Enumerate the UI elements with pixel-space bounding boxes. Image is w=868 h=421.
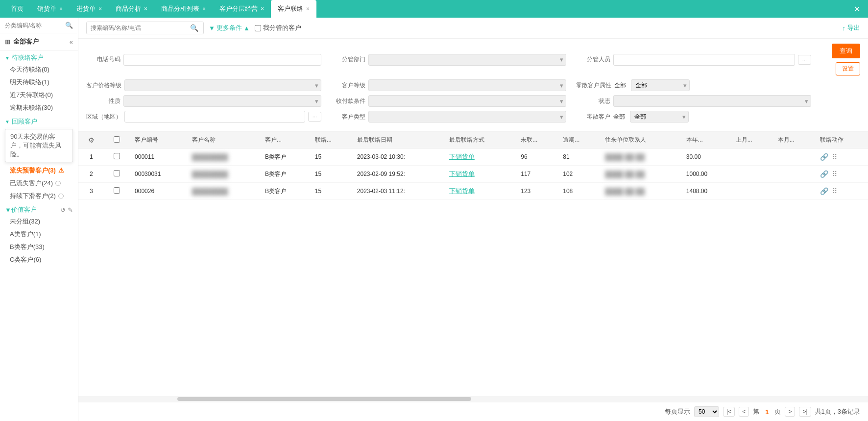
- filter-customer-level: 客户等级: [331, 79, 566, 91]
- prev-page-button[interactable]: <: [739, 407, 749, 417]
- tab-product-analysis-list[interactable]: 商品分析列表 ×: [154, 0, 213, 18]
- sidebar-item-class-b[interactable]: B类客户(33): [0, 241, 78, 253]
- row-name: ████████: [187, 183, 260, 200]
- query-button[interactable]: 查询: [832, 44, 860, 58]
- table-row: 2 00030031 ████████ B类客户 15 2023-02-09 1…: [78, 166, 868, 183]
- edit-icon[interactable]: ✎: [68, 206, 73, 214]
- pending-contact-section: ▼ 待联络客户: [0, 50, 78, 63]
- action-menu-icon[interactable]: ⠿: [832, 170, 837, 178]
- department-select[interactable]: [368, 54, 566, 66]
- tab-close-purchase-order[interactable]: ×: [98, 5, 102, 12]
- export-button[interactable]: ↑ 导出: [843, 24, 861, 32]
- filter-phone: 电话号码: [86, 54, 321, 66]
- col-last-month: 上月...: [731, 132, 773, 149]
- filter-price-level: 客户价格等级: [86, 79, 321, 91]
- manager-dots-btn[interactable]: ···: [798, 55, 811, 65]
- tab-close-product-analysis-list[interactable]: ×: [202, 5, 206, 12]
- action-link-icon[interactable]: 🔗: [820, 170, 828, 178]
- row-checkbox[interactable]: [104, 166, 130, 183]
- customer-level-label: 客户等级: [331, 81, 365, 90]
- sidebar-item-class-a[interactable]: A类客户(1): [0, 228, 78, 241]
- sidebar-item-at-risk-warning[interactable]: 流失预警客户(3) ⚠: [0, 164, 78, 177]
- sidebar-item-7day-contact[interactable]: 近7天待联络(0): [0, 89, 78, 101]
- sidebar-item-class-c[interactable]: C类客户(6): [0, 253, 78, 266]
- row-checkbox[interactable]: [104, 183, 130, 200]
- settings-button[interactable]: 设置: [836, 62, 860, 75]
- sidebar-search-input[interactable]: [5, 22, 63, 29]
- retail-attr-label: 零散客户属性: [576, 81, 611, 90]
- tab-close-customer-segmentation[interactable]: ×: [261, 5, 264, 12]
- row-checkbox[interactable]: [104, 149, 130, 166]
- table-row: 3 000026 ████████ B类客户 15 2023-02-03 11:…: [78, 183, 868, 200]
- refresh-icon[interactable]: ↺: [60, 206, 66, 214]
- my-customers-checkbox[interactable]: [255, 25, 261, 31]
- action-link-icon[interactable]: 🔗: [820, 153, 828, 161]
- scrollbar-thumb[interactable]: [177, 397, 471, 401]
- action-link-icon[interactable]: 🔗: [820, 187, 828, 195]
- col-contact-count: 联络...: [310, 132, 352, 149]
- phone-input[interactable]: [123, 54, 321, 66]
- sidebar-item-overdue-contact[interactable]: 逾期未联络(30): [0, 101, 78, 114]
- table-settings-icon[interactable]: ⚙: [88, 136, 95, 144]
- tab-close-customer-contact[interactable]: ×: [306, 5, 310, 12]
- sidebar-item-lost-customers[interactable]: 已流失客户(24) ⓘ: [0, 177, 78, 190]
- per-page-label: 每页显示: [665, 407, 690, 416]
- tab-customer-contact[interactable]: 客户联络 ×: [271, 0, 316, 18]
- status-select[interactable]: [613, 95, 811, 107]
- search-button[interactable]: 🔍: [189, 24, 199, 32]
- tab-sales-order[interactable]: 销货单 ×: [30, 0, 70, 18]
- my-customers-checkbox-label[interactable]: 我分管的客户: [255, 24, 301, 32]
- region-dots-btn[interactable]: ···: [308, 112, 321, 122]
- search-input[interactable]: [91, 25, 189, 31]
- tab-home[interactable]: 首页: [4, 0, 30, 18]
- retail-customer-select[interactable]: 全部: [630, 111, 689, 123]
- row-last-contact-method: 下销货单: [444, 183, 516, 200]
- row-index: 1: [78, 149, 104, 166]
- col-customer-name: 客户名称: [187, 132, 260, 149]
- last-page-button[interactable]: >|: [799, 407, 811, 417]
- row-last-contact-method: 下销货单: [444, 166, 516, 183]
- payment-terms-select[interactable]: [368, 95, 566, 107]
- sidebar-item-tomorrow-contact[interactable]: 明天待联络(1): [0, 76, 78, 89]
- sidebar-item-declining-customers[interactable]: 持续下滑客户(2) ⓘ: [0, 190, 78, 202]
- manager-input[interactable]: [613, 54, 795, 66]
- horizontal-scrollbar[interactable]: [78, 396, 868, 402]
- department-label: 分管部门: [331, 55, 365, 64]
- customer-level-select[interactable]: [368, 79, 566, 91]
- sidebar-item-today-contact[interactable]: 今天待联络(0): [0, 63, 78, 76]
- first-page-button[interactable]: |<: [723, 407, 735, 417]
- action-menu-icon[interactable]: ⠿: [832, 153, 837, 161]
- retail-attr-select[interactable]: 全部: [631, 79, 690, 91]
- action-menu-icon[interactable]: ⠿: [832, 187, 837, 195]
- sidebar-item-unclassified[interactable]: 未分组(32): [0, 215, 78, 228]
- advanced-filter-panel: 电话号码 分管部门 分管人员 ··· 查询 设置: [78, 39, 868, 132]
- filter-region: 区域（地区） ···: [86, 111, 321, 123]
- next-page-button[interactable]: >: [785, 407, 795, 417]
- customer-type-select[interactable]: [368, 111, 566, 123]
- collapse-icon[interactable]: «: [70, 38, 73, 46]
- tab-customer-segmentation[interactable]: 客户分层经营 ×: [213, 0, 271, 18]
- row-contact-person: ████ ██ ██: [600, 166, 681, 183]
- select-all-checkbox[interactable]: [114, 136, 120, 143]
- filter-row-3: 性质 收付款条件 状态: [86, 95, 860, 107]
- tab-close-product-analysis[interactable]: ×: [144, 5, 147, 12]
- status-label: 状态: [576, 97, 610, 105]
- price-level-select[interactable]: [124, 79, 321, 91]
- row-current-year: 30.00: [681, 149, 731, 166]
- per-page-select[interactable]: 10 20 50 100: [694, 406, 719, 417]
- filter-icon: ▼: [209, 25, 215, 32]
- tab-product-analysis[interactable]: 商品分析 ×: [109, 0, 154, 18]
- row-contact-count: 15: [310, 149, 352, 166]
- sidebar-all-customers[interactable]: ⊞ 全部客户 «: [0, 33, 78, 50]
- row-current-year: 1408.00: [681, 183, 731, 200]
- row-last-contact-method: 下销货单: [444, 149, 516, 166]
- more-conditions-button[interactable]: ▼ 更多条件 ▲: [209, 24, 250, 32]
- tab-close-sales-order[interactable]: ×: [59, 5, 63, 12]
- row-type: B类客户: [260, 149, 310, 166]
- region-input[interactable]: [124, 111, 305, 123]
- nature-select[interactable]: [123, 95, 321, 107]
- window-close-button[interactable]: ✕: [850, 4, 864, 14]
- row-last-contact-date: 2023-02-09 19:52:: [352, 166, 444, 183]
- row-name: ████████: [187, 149, 260, 166]
- tab-purchase-order[interactable]: 进货单 ×: [70, 0, 109, 18]
